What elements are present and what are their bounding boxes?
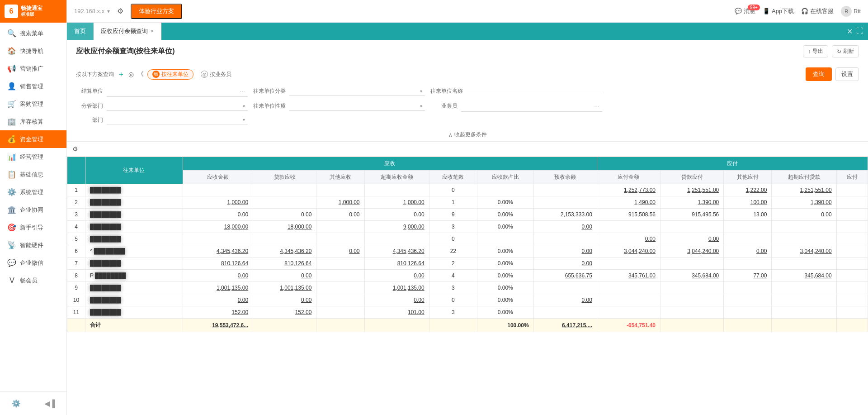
cell-advance[interactable]: 0.00 (533, 221, 597, 233)
cell-ap-other[interactable] (724, 282, 772, 294)
cell-ap-overdue[interactable]: 345,684.00 (772, 270, 836, 282)
cell-ar-other[interactable] (316, 282, 364, 294)
cell-ap-other[interactable] (724, 294, 772, 306)
tab-maximize-icon[interactable]: ⛶ (856, 27, 863, 35)
cell-ap-amt[interactable]: 3,044,240.00 (597, 245, 660, 258)
cell-ap-loan[interactable] (660, 294, 724, 306)
cell-ap-amt[interactable] (597, 282, 660, 294)
cell-ap-remain[interactable] (836, 221, 868, 233)
cell-advance[interactable] (533, 282, 597, 294)
tab-home[interactable]: 首页 (67, 23, 94, 40)
sidebar-item-sales[interactable]: 👤 销售管理 (0, 77, 66, 95)
cell-ar-overdue[interactable]: 0.00 (364, 294, 429, 306)
cell-ar-amt[interactable]: 4,345,436.20 (183, 245, 253, 258)
cell-ar-loan[interactable]: 18,000.00 (253, 221, 316, 233)
filter-scheme-icon[interactable]: ◎ (128, 71, 134, 78)
cell-ar-overdue[interactable]: 1,000.00 (364, 196, 429, 209)
cell-advance[interactable] (533, 306, 597, 319)
cell-ar-overdue[interactable]: 810,126.64 (364, 258, 429, 270)
cell-ar-amt[interactable]: 1,000.00 (183, 196, 253, 209)
cell-ar-overdue[interactable] (364, 233, 429, 245)
cell-ap-amt[interactable]: 345,761.00 (597, 270, 660, 282)
sidebar-item-marketing[interactable]: 📢 营销推广 (0, 60, 66, 77)
cell-ap-amt[interactable] (597, 258, 660, 270)
salesperson-input[interactable]: ··· (461, 100, 602, 112)
cell-ap-amt[interactable]: 1,252,773.00 (597, 184, 660, 196)
cell-ap-remain[interactable] (836, 306, 868, 319)
promo-button[interactable]: 体验行业方案 (131, 4, 182, 19)
query-button[interactable]: 查询 (806, 67, 832, 81)
gear-icon[interactable]: ⚙ (115, 5, 125, 17)
table-scroll[interactable]: 往来单位 应收 应付 应收金额 贷款应收 其他应收 超期应收金额 应收笔数 应收… (67, 157, 868, 415)
cell-ap-amt[interactable]: 915,508.56 (597, 209, 660, 221)
filter-add-button[interactable]: ＋ (118, 70, 125, 79)
sidebar-item-smart-hw[interactable]: 📡 智能硬件 (0, 236, 66, 254)
unit-category-input[interactable]: ▾ (289, 87, 425, 96)
cell-ar-amt[interactable]: 18,000.00 (183, 221, 253, 233)
cell-ap-loan[interactable] (660, 306, 724, 319)
cell-ap-overdue[interactable]: 0.00 (772, 209, 836, 221)
sidebar-item-purchase[interactable]: 🛒 采购管理 (0, 95, 66, 113)
cell-ar-loan[interactable] (253, 233, 316, 245)
cell-ar-other[interactable] (316, 270, 364, 282)
inner-dept-input[interactable]: ▾ (107, 115, 248, 124)
tab-close-window-icon[interactable]: ✕ (847, 27, 853, 36)
cell-ap-remain[interactable] (836, 270, 868, 282)
cell-advance[interactable] (533, 233, 597, 245)
cell-ap-other[interactable]: 100.00 (724, 196, 772, 209)
cell-ar-loan[interactable]: 152.00 (253, 306, 316, 319)
cell-ap-loan[interactable] (660, 221, 724, 233)
cell-ar-overdue[interactable] (364, 184, 429, 196)
cell-ar-other[interactable]: 1,000.00 (316, 196, 364, 209)
cell-ap-loan[interactable]: 3,044,240.00 (660, 245, 724, 258)
table-settings-icon[interactable]: ⚙ (72, 145, 78, 153)
cell-ar-other[interactable] (316, 258, 364, 270)
cell-ap-loan[interactable]: 1,390.00 (660, 196, 724, 209)
unit-name-input[interactable] (467, 89, 602, 93)
cell-ap-remain[interactable] (836, 233, 868, 245)
cell-ap-other[interactable]: 77.00 (724, 270, 772, 282)
cell-advance[interactable]: 2,153,333.00 (533, 209, 597, 221)
cell-ap-overdue[interactable]: 3,044,240.00 (772, 245, 836, 258)
cell-ap-remain[interactable] (836, 294, 868, 306)
cell-ap-amt[interactable]: 0.00 (597, 233, 660, 245)
cell-ap-loan[interactable]: 1,251,551.00 (660, 184, 724, 196)
sidebar-item-guide[interactable]: 🎯 新手引导 (0, 219, 66, 236)
cell-ar-overdue[interactable]: 4,345,436.20 (364, 245, 429, 258)
cell-ap-other[interactable]: 13.00 (724, 209, 772, 221)
cell-ap-other[interactable] (724, 258, 772, 270)
cell-ap-other[interactable] (724, 233, 772, 245)
cell-ar-loan[interactable]: 810,126.64 (253, 258, 316, 270)
sidebar-item-quick-nav[interactable]: 🏠 快捷导航 (0, 42, 66, 60)
sidebar-item-system[interactable]: ⚙️ 系统管理 (0, 183, 66, 201)
user-menu-button[interactable]: R Rit (841, 6, 861, 17)
cell-advance[interactable]: 0.00 (533, 258, 597, 270)
sidebar-item-basic-info[interactable]: 📋 基础信息 (0, 166, 66, 183)
cell-ar-loan[interactable] (253, 184, 316, 196)
cell-ap-overdue[interactable] (772, 221, 836, 233)
cell-ar-overdue[interactable]: 9,000.00 (364, 221, 429, 233)
cell-ap-amt[interactable]: 1,490.00 (597, 196, 660, 209)
cell-ar-other[interactable] (316, 184, 364, 196)
sidebar-item-finance[interactable]: 💰 资金管理 (0, 130, 66, 148)
filter-collapse-icon[interactable]: 《 (137, 70, 144, 78)
cell-advance[interactable]: 655,636.75 (533, 270, 597, 282)
cell-ap-amt[interactable] (597, 221, 660, 233)
cell-ap-loan[interactable] (660, 282, 724, 294)
sidebar-item-inventory[interactable]: 🏢 库存核算 (0, 113, 66, 130)
cell-ar-amt[interactable]: 0.00 (183, 209, 253, 221)
collapse-conditions-button[interactable]: ∧ 收起更多条件 (448, 131, 487, 138)
sidebar-item-wechat[interactable]: 💬 企业微信 (0, 254, 66, 272)
cell-ar-other[interactable]: 0.00 (316, 209, 364, 221)
cell-ar-amt[interactable]: 1,001,135.00 (183, 282, 253, 294)
cell-advance[interactable] (533, 196, 597, 209)
cell-ap-overdue[interactable] (772, 258, 836, 270)
scheme-tag-salesperson[interactable]: ◎ 按业务员 (197, 70, 235, 79)
cell-ar-other[interactable] (316, 221, 364, 233)
cell-ap-remain[interactable] (836, 282, 868, 294)
cell-ap-loan[interactable]: 0.00 (660, 233, 724, 245)
cell-ar-amt[interactable]: 0.00 (183, 294, 253, 306)
cell-ap-remain[interactable] (836, 245, 868, 258)
cell-ar-amt[interactable] (183, 233, 253, 245)
dept-input[interactable]: ▾ (107, 102, 248, 111)
